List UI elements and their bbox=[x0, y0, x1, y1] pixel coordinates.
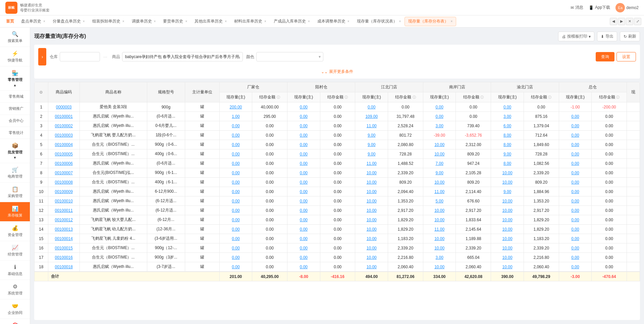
table-row: 15 00100014 飞鹤星飞帆 儿童奶粉 4... (3-6岁适用... 罐… bbox=[35, 234, 640, 243]
cell-spec: 1段(0-6个... bbox=[147, 131, 185, 140]
info-icon[interactable]: ⓘ bbox=[548, 95, 551, 99]
cell-no: 8 bbox=[35, 168, 48, 178]
cell-no: 18 bbox=[35, 262, 48, 272]
cell-extra bbox=[627, 225, 640, 234]
cell-jiangbei-amt: 2,339.20 bbox=[388, 243, 423, 253]
logo-box: 标账 bbox=[5, 2, 17, 14]
tab-outbound[interactable]: 其他出库单历史 × bbox=[191, 17, 230, 26]
close-icon[interactable]: × bbox=[399, 19, 401, 23]
col-nanan-header: 南岸门店 bbox=[423, 82, 491, 92]
app-download-btn[interactable]: 📱 App下载 bbox=[589, 5, 610, 10]
settings-gear-icon[interactable]: ⚙ bbox=[39, 90, 43, 95]
cell-no: 14 bbox=[35, 225, 48, 234]
tab-material-out[interactable]: 材料出库单历史 × bbox=[230, 17, 270, 26]
close-icon[interactable]: × bbox=[154, 19, 156, 23]
sidebar-item-ecommerce[interactable]: 🛒 电商管理 bbox=[0, 163, 30, 183]
ecommerce-icon: 🛒 bbox=[12, 167, 18, 173]
search-icon: 🔍 bbox=[12, 31, 18, 37]
message-btn[interactable]: ✉ 消息 bbox=[571, 5, 583, 10]
close-icon[interactable]: × bbox=[83, 19, 85, 23]
close-icon[interactable]: × bbox=[43, 19, 45, 23]
tab-stock-status[interactable]: 现存量（库存状况表） × bbox=[353, 17, 405, 26]
close-icon[interactable]: × bbox=[185, 19, 187, 23]
print-btn[interactable]: 🖨 按模板打印 ▾ bbox=[558, 32, 594, 41]
sidebar-item-marketing[interactable]: 营销推广 bbox=[0, 103, 30, 115]
close-icon[interactable]: × bbox=[308, 19, 310, 23]
query-btn[interactable]: 查询 bbox=[596, 52, 614, 61]
cell-extra bbox=[627, 253, 640, 262]
cell-unit: 罐 bbox=[185, 206, 219, 215]
tab-home[interactable]: 首页 bbox=[3, 17, 17, 26]
info-icon[interactable]: ⓘ bbox=[413, 95, 416, 99]
tab-stock-dist[interactable]: 现存量（库存分布表） × bbox=[405, 17, 456, 26]
cell-extra bbox=[627, 131, 640, 140]
cell-nanan-qty: 7.00 bbox=[423, 159, 456, 168]
cell-jiangbei-amt: 2,216.80 bbox=[388, 253, 423, 262]
close-icon[interactable]: × bbox=[450, 19, 452, 23]
close-icon[interactable]: × bbox=[122, 19, 124, 23]
nav-close-all-btn[interactable]: ✕ bbox=[626, 18, 633, 25]
print-label: 按模板打印 bbox=[567, 34, 587, 39]
tab-assembly[interactable]: 组装拆卸单历史 × bbox=[89, 17, 128, 26]
color-input[interactable] bbox=[256, 52, 323, 61]
sidebar-item-retail[interactable]: 🏪 零售管理 ▲ bbox=[0, 66, 30, 91]
cell-code: 00100005 bbox=[48, 149, 79, 159]
cell-name: 合生元（BIOSTIME）... bbox=[79, 253, 147, 262]
cell-nanan-amt: 2,114.40 bbox=[456, 187, 491, 196]
sidebar-item-wholesale[interactable]: 📦 批发管理 ▼ bbox=[0, 139, 30, 163]
close-icon[interactable]: × bbox=[264, 19, 266, 23]
sidebar-item-retail-stats[interactable]: 零售统计 bbox=[0, 127, 30, 139]
cell-mucun-amt: 0.00 bbox=[320, 262, 355, 272]
nav-prev-btn[interactable]: ◀ bbox=[610, 18, 617, 25]
nav-expand-btn[interactable]: ⤢ bbox=[634, 18, 641, 25]
chevron-down-icon: ▼ bbox=[13, 156, 17, 159]
sidebar-item-info[interactable]: ℹ 基础信息 bbox=[0, 261, 30, 280]
warehouse-dots-btn[interactable]: ··· bbox=[102, 54, 109, 59]
nav-arrows: ◀ ▶ ✕ ⤢ bbox=[610, 18, 641, 25]
close-icon[interactable]: × bbox=[347, 19, 350, 23]
sidebar-item-collab[interactable]: 🤝 企业协同 bbox=[0, 299, 30, 319]
info-icon[interactable]: ⓘ bbox=[344, 95, 348, 99]
sidebar-item-purchase[interactable]: 📋 采购管理 bbox=[0, 183, 30, 202]
settings-btn[interactable]: 设置 bbox=[616, 52, 636, 61]
nav-next-btn[interactable]: ▶ bbox=[618, 18, 625, 25]
cell-mucun-qty: 0.00 bbox=[287, 121, 320, 131]
export-btn[interactable]: ⬇ 导出 bbox=[597, 32, 617, 41]
product-input[interactable] bbox=[122, 52, 243, 61]
sidebar-item-member[interactable]: 会员中心 bbox=[0, 115, 30, 127]
tab-split-check[interactable]: 分量盘点单历史 × bbox=[49, 17, 89, 26]
table-row: 18 00100018 惠氏启赋（Wyeth illu... (3-7岁适...… bbox=[35, 262, 640, 272]
sidebar-item-inventory[interactable]: 📊 库存核算 bbox=[0, 202, 30, 222]
col-settings[interactable]: ⚙ bbox=[35, 82, 48, 102]
sidebar-item-nav[interactable]: ⚡ 快捷导航 bbox=[0, 47, 30, 66]
expand-more-btn[interactable]: ⌄⌄ 展开更多条件 bbox=[38, 68, 636, 75]
cell-code: 00100008 bbox=[48, 178, 79, 187]
tab-inventory-check[interactable]: 盘点单历史 × bbox=[17, 17, 49, 26]
tab-product-in[interactable]: 产成品入库单历史 × bbox=[270, 17, 314, 26]
filter-color: 颜色 ▾ bbox=[246, 52, 321, 61]
cell-jiangbei-qty: 10.00 bbox=[355, 206, 388, 215]
sidebar-item-operation[interactable]: 📈 经营管理 bbox=[0, 241, 30, 261]
user-area[interactable]: Ea demo2 bbox=[615, 3, 639, 12]
sidebar-item-guide[interactable]: 🎯 新手引导 bbox=[0, 319, 30, 324]
close-icon[interactable]: × bbox=[225, 19, 227, 23]
tab-order[interactable]: 要货单历史 × bbox=[159, 17, 191, 26]
tab-cost-adjust[interactable]: 成本调整单历史 × bbox=[314, 17, 353, 26]
sidebar-item-finance[interactable]: 💰 资金管理 bbox=[0, 222, 30, 241]
info-icon[interactable]: ⓘ bbox=[480, 95, 484, 99]
sidebar-item-search[interactable]: 🔍 搜索英单 bbox=[0, 28, 30, 47]
cell-yubei-amt: 1,082.56 bbox=[524, 159, 559, 168]
info-icon[interactable]: ⓘ bbox=[616, 95, 620, 99]
cell-total-qty: 0.00 bbox=[559, 168, 592, 178]
sidebar-item-system[interactable]: ⚙ 系统管理 bbox=[0, 280, 30, 299]
tab-transfer[interactable]: 调拨单历史 × bbox=[128, 17, 160, 26]
refresh-btn[interactable]: ↻ 刷新 bbox=[620, 32, 640, 41]
cell-no: 3 bbox=[35, 121, 48, 131]
warehouse-input[interactable] bbox=[60, 52, 100, 61]
sidebar-item-retail-shop[interactable]: 零售商城 bbox=[0, 91, 30, 103]
cell-mucun-amt: 0.00 bbox=[320, 225, 355, 234]
color-label: 颜色 bbox=[246, 54, 254, 60]
expand-collapse-btn[interactable]: › bbox=[38, 48, 46, 65]
info-icon[interactable]: ⓘ bbox=[277, 95, 280, 99]
table-row: 5 00100004 合生元（BIOSTIME）... 900g（0-6... … bbox=[35, 140, 640, 149]
